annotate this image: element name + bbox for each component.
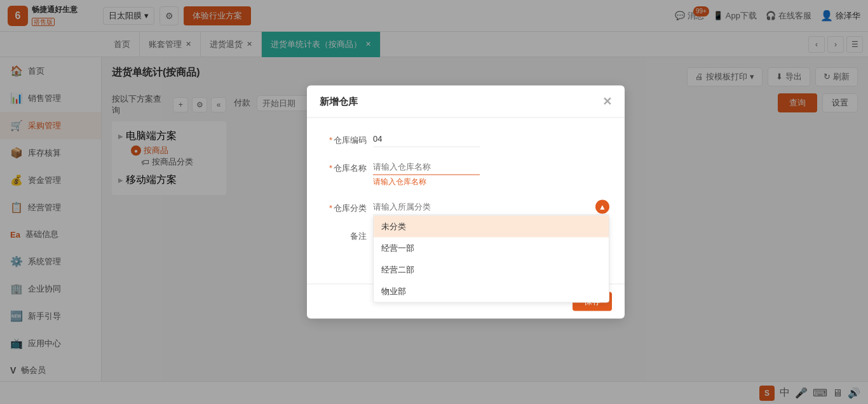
category-option-unclassified[interactable]: 未分类 (374, 216, 609, 238)
warehouse-category-input[interactable] (373, 199, 595, 215)
form-row-category: *仓库分类 ▲ 未分类 经营一部 经营二部 物业部 (322, 199, 609, 215)
modal-close-button[interactable]: ✕ (602, 95, 612, 109)
warehouse-code-input[interactable] (373, 131, 480, 147)
category-dropdown: 未分类 经营一部 经营二部 物业部 (373, 215, 609, 303)
category-input-row: ▲ (373, 199, 609, 215)
category-label: *仓库分类 (322, 199, 367, 214)
category-input-wrapper: ▲ 未分类 经营一部 经营二部 物业部 (373, 199, 609, 215)
modal-header: 新增仓库 ✕ (307, 86, 625, 118)
modal-title: 新增仓库 (320, 95, 358, 107)
code-input-wrapper (373, 131, 609, 147)
name-input-wrapper: 请输入仓库名称 (373, 159, 609, 187)
note-label: 备注 (322, 227, 367, 242)
name-label: *仓库名称 (322, 159, 367, 174)
code-label: *仓库编码 (322, 131, 367, 146)
category-option-property[interactable]: 物业部 (374, 281, 609, 302)
warehouse-name-input[interactable] (373, 159, 480, 175)
form-row-code: *仓库编码 (322, 131, 609, 147)
category-option-ops1[interactable]: 经营一部 (374, 238, 609, 259)
form-row-name: *仓库名称 请输入仓库名称 (322, 159, 609, 187)
modal-body: *仓库编码 *仓库名称 请输入仓库名称 *仓库分类 ▲ (307, 118, 625, 284)
add-warehouse-modal: 新增仓库 ✕ *仓库编码 *仓库名称 请输入仓库名称 *仓库分类 (307, 86, 625, 319)
name-error-message: 请输入仓库名称 (373, 177, 609, 187)
category-option-ops2[interactable]: 经营二部 (374, 259, 609, 281)
category-toggle-button[interactable]: ▲ (595, 199, 609, 213)
